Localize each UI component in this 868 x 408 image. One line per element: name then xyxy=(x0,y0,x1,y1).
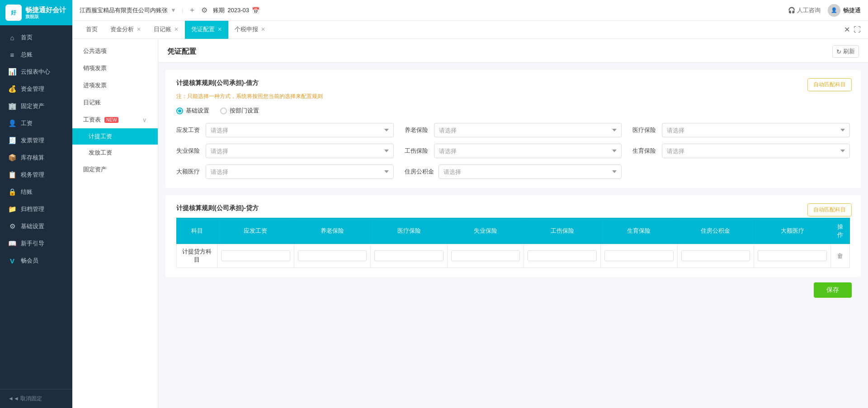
select-unemployment[interactable]: 请选择 xyxy=(206,144,394,158)
label-work-injury: 工伤保险 xyxy=(405,147,429,155)
label-unemployment: 失业保险 xyxy=(176,147,201,155)
save-button[interactable]: 保存 xyxy=(814,282,852,298)
menu-item-fixed-assets[interactable]: 固定资产 xyxy=(72,161,158,178)
menu-item-purchase-invoice[interactable]: 进项发票 xyxy=(72,77,158,94)
label-gross-salary: 应发工资 xyxy=(176,126,201,134)
input-gross[interactable] xyxy=(221,250,290,261)
help-btn[interactable]: 🎧 人工咨询 xyxy=(788,6,821,14)
menu-item-public[interactable]: 公共选项 xyxy=(72,42,158,60)
sidebar-item-reports[interactable]: 📊 云报表中心 xyxy=(0,63,72,80)
add-book-btn[interactable]: ＋ xyxy=(189,5,196,15)
tabs-actions: ✕ ⛶ xyxy=(844,25,861,34)
select-major-medical[interactable]: 请选择 xyxy=(206,164,394,179)
sidebar-item-funds[interactable]: 💰 资金管理 xyxy=(0,80,72,98)
sidebar-item-tax[interactable]: 📋 税务管理 xyxy=(0,166,72,183)
select-pension[interactable]: 请选择 xyxy=(434,123,622,137)
tab-voucher-config[interactable]: 凭证配置 ✕ xyxy=(185,21,228,39)
input-housing[interactable] xyxy=(681,250,750,261)
guide-icon: 📖 xyxy=(8,239,16,248)
cell-housing[interactable] xyxy=(677,244,754,268)
sidebar-item-assets[interactable]: 🏢 固定资产 xyxy=(0,98,72,115)
tab-expand-btn[interactable]: ⛶ xyxy=(854,26,861,34)
sidebar-label-ledger: 总账 xyxy=(21,51,33,59)
sidebar-item-settings[interactable]: ⚙ 基础设置 xyxy=(0,218,72,235)
company-selector[interactable]: 江西服宝精品有限责任公司内账张 ▼ xyxy=(80,6,176,14)
sidebar-label-inventory: 库存核算 xyxy=(21,154,44,162)
menu-item-accrual[interactable]: 计提工资 xyxy=(72,128,158,145)
select-medical[interactable]: 请选择 xyxy=(662,123,850,137)
cell-work-injury[interactable] xyxy=(524,244,601,268)
credit-auto-match-btn[interactable]: 自动匹配科目 xyxy=(807,203,852,216)
refresh-button[interactable]: ↻ 刷新 xyxy=(832,45,859,58)
period-selector[interactable]: 账期 2023-03 📅 xyxy=(213,6,259,14)
period-label: 账期 xyxy=(213,6,225,14)
menu-item-sales-invoice[interactable]: 销项发票 xyxy=(72,60,158,77)
th-pension: 养老保险 xyxy=(294,218,371,244)
input-unemployment[interactable] xyxy=(451,250,520,261)
cell-action: 🗑 xyxy=(830,244,849,268)
select-work-injury[interactable]: 请选择 xyxy=(434,144,622,158)
input-pension[interactable] xyxy=(298,250,367,261)
input-medical[interactable] xyxy=(374,250,443,261)
debit-form: 应发工资 请选择 养老保险 请选择 医疗保险 xyxy=(176,123,850,179)
delete-row-btn[interactable]: 🗑 xyxy=(837,252,843,259)
sidebar-nav: ⌂ 首页 ≡ 总账 📊 云报表中心 💰 资金管理 🏢 固定资产 👤 工资 🧾 发… xyxy=(0,25,72,389)
input-work-injury[interactable] xyxy=(528,250,597,261)
radio-department[interactable]: 按部门设置 xyxy=(220,107,259,115)
sidebar-item-archive[interactable]: 📁 归档管理 xyxy=(0,201,72,218)
cell-medical[interactable] xyxy=(371,244,448,268)
cell-major-medical[interactable] xyxy=(754,244,831,268)
tab-tax-close[interactable]: ✕ xyxy=(261,26,265,33)
field-maternity: 生育保险 请选择 xyxy=(632,144,850,158)
radio-group: 基础设置 按部门设置 xyxy=(176,107,850,115)
sidebar-item-inventory[interactable]: 📦 库存核算 xyxy=(0,149,72,166)
sidebar-item-vip[interactable]: V 畅会员 xyxy=(0,252,72,269)
tab-voucher-close[interactable]: ✕ xyxy=(217,26,222,33)
book-settings-icon[interactable]: ⚙ xyxy=(201,6,208,14)
input-maternity[interactable] xyxy=(604,250,674,261)
tab-journal-close[interactable]: ✕ xyxy=(174,26,179,33)
period-value: 2023-03 xyxy=(227,7,249,14)
tab-journal[interactable]: 日记账 ✕ xyxy=(147,21,185,39)
tab-funds-close[interactable]: ✕ xyxy=(137,26,141,33)
debit-notice: 注：只能选择一种方式，系统将按照您当前的选择来配置规则 xyxy=(176,93,850,100)
debit-auto-match-btn[interactable]: 自动匹配科目 xyxy=(807,78,852,91)
funds-icon: 💰 xyxy=(8,85,16,93)
sidebar-item-ledger[interactable]: ≡ 总账 xyxy=(0,46,72,63)
settings-icon: ⚙ xyxy=(8,222,16,230)
menu-item-journal[interactable]: 日记账 xyxy=(72,94,158,111)
sidebar-item-home[interactable]: ⌂ 首页 xyxy=(0,29,72,46)
cell-maternity[interactable] xyxy=(601,244,678,268)
menu-label-public: 公共选项 xyxy=(83,47,107,55)
credit-section-title: 计提核算规则(公司承担)-贷方 xyxy=(176,204,850,212)
cell-gross[interactable] xyxy=(217,244,294,268)
field-unemployment: 失业保险 请选择 xyxy=(176,144,394,158)
radio-dept-label: 按部门设置 xyxy=(230,107,259,115)
select-housing-fund[interactable]: 请选择 xyxy=(439,164,622,179)
label-major-medical: 大额医疗 xyxy=(176,168,201,176)
tab-tax[interactable]: 个税申报 ✕ xyxy=(228,21,272,39)
cell-unemployment[interactable] xyxy=(447,244,524,268)
menu-item-salary-table[interactable]: 工资表 NEW ∨ xyxy=(72,111,158,128)
menu-item-payout[interactable]: 发放工资 xyxy=(72,145,158,161)
cell-pension[interactable] xyxy=(294,244,371,268)
sidebar-label-reports: 云报表中心 xyxy=(21,68,50,76)
sidebar-item-guide[interactable]: 📖 新手引导 xyxy=(0,235,72,252)
tab-close-btn[interactable]: ✕ xyxy=(844,25,850,34)
th-action: 操作 xyxy=(830,218,849,244)
radio-basic[interactable]: 基础设置 xyxy=(176,107,209,115)
tab-funds[interactable]: 资金分析 ✕ xyxy=(104,21,147,39)
tab-home[interactable]: 首页 xyxy=(80,21,104,39)
field-work-injury: 工伤保险 请选择 xyxy=(405,144,622,158)
user-menu[interactable]: 👤 畅捷通 xyxy=(828,4,861,17)
select-gross-salary[interactable]: 请选择 xyxy=(206,123,394,137)
th-housing-fund: 住房公积金 xyxy=(677,218,754,244)
sidebar-pin-btn[interactable]: ◄◄ 取消固定 xyxy=(0,389,72,408)
sidebar-item-close[interactable]: 🔒 结账 xyxy=(0,183,72,201)
sidebar-item-invoice[interactable]: 🧾 发票管理 xyxy=(0,132,72,149)
logo-icon: 好 xyxy=(5,5,22,21)
field-major-medical: 大额医疗 请选择 xyxy=(176,164,394,179)
sidebar-item-salary[interactable]: 👤 工资 xyxy=(0,115,72,132)
input-major-medical[interactable] xyxy=(758,250,827,261)
select-maternity[interactable]: 请选择 xyxy=(662,144,850,158)
